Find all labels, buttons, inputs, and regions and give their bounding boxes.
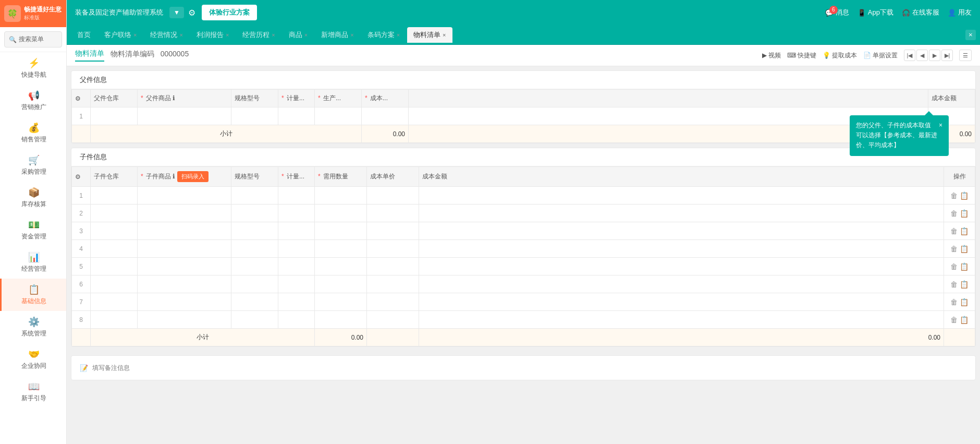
child-unit-cost-cell-1[interactable] — [367, 205, 419, 222]
sidebar-item-cooperation[interactable]: 🤝 企业协同 — [0, 343, 66, 376]
tab-profit[interactable]: 利润报告 × — [190, 27, 235, 43]
delete-row-button-7[interactable]: 🗑 — [950, 316, 958, 324]
child-product-cell-4[interactable] — [138, 258, 231, 275]
sidebar-item-basic-info[interactable]: 📋 基础信息 — [0, 279, 66, 311]
nav-close-all-button[interactable]: × — [965, 30, 976, 40]
child-quantity-cell-3[interactable] — [315, 240, 367, 258]
sidebar-item-purchase[interactable]: 🛒 采购管理 — [0, 149, 66, 182]
tooltip-close-button[interactable]: × — [939, 121, 942, 130]
child-warehouse-cell-2[interactable] — [91, 222, 138, 240]
sidebar-item-guide[interactable]: 📖 新手引导 — [0, 376, 66, 408]
child-warehouse-cell-4[interactable] — [91, 258, 138, 275]
delete-row-button-4[interactable]: 🗑 — [950, 262, 958, 271]
delete-row-button-0[interactable]: 🗑 — [950, 191, 958, 200]
sidebar-item-operation[interactable]: 📊 经营管理 — [0, 246, 66, 279]
child-quantity-cell-0[interactable] — [315, 187, 367, 205]
search-menu-button[interactable]: 🔍 搜索菜单 — [4, 31, 62, 47]
online-service-action[interactable]: 🎧 在线客服 — [902, 8, 939, 17]
copy-row-button-5[interactable]: 📋 — [960, 280, 969, 289]
bottom-note-input[interactable] — [92, 364, 967, 371]
child-unit-cost-cell-2[interactable] — [367, 222, 419, 240]
child-unit-cost-cell-0[interactable] — [367, 187, 419, 205]
tab-history[interactable]: 经营历程 × — [236, 27, 281, 43]
child-unit-cell-7[interactable] — [278, 311, 315, 329]
tab-products[interactable]: 商品 × — [283, 27, 314, 43]
child-warehouse-cell-7[interactable] — [91, 311, 138, 329]
child-unit-cost-cell-5[interactable] — [367, 275, 419, 293]
tab-add-product-close[interactable]: × — [350, 32, 353, 38]
copy-row-button-7[interactable]: 📋 — [960, 316, 969, 324]
child-spec-cell-4[interactable] — [231, 258, 278, 275]
parent-unit-cell[interactable] — [278, 107, 315, 125]
parent-production-cell[interactable] — [315, 107, 362, 125]
child-spec-cell-7[interactable] — [231, 311, 278, 329]
child-unit-cell-1[interactable] — [278, 205, 315, 222]
copy-row-button-4[interactable]: 📋 — [960, 262, 969, 271]
child-warehouse-cell-3[interactable] — [91, 240, 138, 258]
child-quantity-cell-2[interactable] — [315, 222, 367, 240]
child-unit-cell-0[interactable] — [278, 187, 315, 205]
child-unit-cost-cell-7[interactable] — [367, 311, 419, 329]
child-spec-cell-0[interactable] — [231, 187, 278, 205]
child-unit-cell-5[interactable] — [278, 275, 315, 293]
child-quantity-cell-6[interactable] — [315, 293, 367, 311]
child-unit-cell-2[interactable] — [278, 222, 315, 240]
shortcut-button[interactable]: ⌨ 快捷键 — [787, 51, 816, 60]
child-unit-cost-cell-3[interactable] — [367, 240, 419, 258]
parent-product-cell[interactable] — [138, 107, 231, 125]
settings-gear-button[interactable]: ⚙ — [186, 6, 198, 20]
video-button[interactable]: ▶ 视频 — [762, 51, 781, 60]
parent-cost-cell[interactable] — [362, 107, 409, 125]
child-unit-cost-cell-6[interactable] — [367, 293, 419, 311]
tab-profit-close[interactable]: × — [226, 32, 229, 38]
child-product-cell-0[interactable] — [138, 187, 231, 205]
delete-row-button-6[interactable]: 🗑 — [950, 298, 958, 306]
trial-btn[interactable]: 体验行业方案 — [202, 5, 257, 20]
sidebar-item-system[interactable]: ⚙️ 系统管理 — [0, 311, 66, 343]
child-product-cell-5[interactable] — [138, 275, 231, 293]
copy-row-button-1[interactable]: 📋 — [960, 209, 969, 218]
tab-home[interactable]: 首页 — [71, 27, 97, 43]
child-spec-cell-2[interactable] — [231, 222, 278, 240]
delete-row-button-5[interactable]: 🗑 — [950, 280, 958, 289]
user-action[interactable]: 👤 用友 — [948, 8, 972, 17]
copy-row-button-3[interactable]: 📋 — [960, 245, 969, 253]
sidebar-item-marketing[interactable]: 📢 营销推广 — [0, 85, 66, 117]
extract-cost-button[interactable]: 💡 提取成本 — [823, 51, 857, 60]
tab-customer[interactable]: 客户联络 × — [98, 27, 143, 43]
child-product-cell-3[interactable] — [138, 240, 231, 258]
tab-barcode-close[interactable]: × — [397, 32, 400, 38]
sidebar-item-quick-nav[interactable]: ⚡ 快捷导航 — [0, 52, 66, 85]
tab-customer-close[interactable]: × — [133, 32, 137, 38]
nav-next-button[interactable]: ▶ — [929, 50, 940, 61]
tab-products-close[interactable]: × — [304, 32, 308, 38]
child-product-cell-7[interactable] — [138, 311, 231, 329]
delete-row-button-2[interactable]: 🗑 — [950, 227, 958, 235]
child-warehouse-cell-6[interactable] — [91, 293, 138, 311]
nav-first-button[interactable]: |◀ — [904, 50, 915, 61]
tab-bom[interactable]: 物料清单 × — [407, 27, 452, 43]
copy-row-button-2[interactable]: 📋 — [960, 227, 969, 235]
tab-barcode[interactable]: 条码方案 × — [361, 27, 406, 43]
system-dropdown-button[interactable]: ▼ — [169, 7, 184, 18]
message-action[interactable]: 💬 6 消息 — [825, 8, 849, 17]
child-quantity-cell-7[interactable] — [315, 311, 367, 329]
scan-input-button[interactable]: 扫码录入 — [177, 171, 209, 182]
app-download-action[interactable]: 📱 App下载 — [858, 8, 893, 17]
child-unit-cell-3[interactable] — [278, 240, 315, 258]
child-unit-cost-cell-4[interactable] — [367, 258, 419, 275]
copy-row-button-0[interactable]: 📋 — [960, 191, 969, 200]
copy-row-button-6[interactable]: 📋 — [960, 298, 969, 306]
child-spec-cell-5[interactable] — [231, 275, 278, 293]
tab-history-close[interactable]: × — [272, 32, 275, 38]
nav-last-button[interactable]: ▶| — [941, 50, 953, 61]
child-spec-cell-1[interactable] — [231, 205, 278, 222]
page-tab-bom[interactable]: 物料清单 — [75, 49, 104, 62]
child-product-cell-1[interactable] — [138, 205, 231, 222]
sidebar-item-finance[interactable]: 💵 资金管理 — [0, 214, 66, 246]
child-warehouse-cell-0[interactable] — [91, 187, 138, 205]
child-spec-cell-6[interactable] — [231, 293, 278, 311]
single-settings-button[interactable]: 📄 单据设置 — [863, 51, 898, 60]
child-product-cell-2[interactable] — [138, 222, 231, 240]
nav-prev-button[interactable]: ◀ — [916, 50, 928, 61]
